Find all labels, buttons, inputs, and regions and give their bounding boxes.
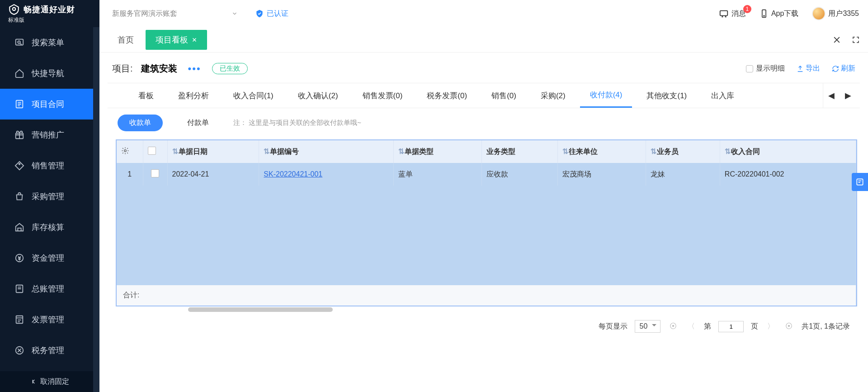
subtab-sales[interactable]: 销售(0) [481, 84, 526, 107]
sidebar-item-search[interactable]: 搜索菜单 [0, 27, 99, 58]
ledger-icon [14, 284, 24, 294]
checkbox-icon [148, 147, 156, 155]
subtab-inout[interactable]: 出入库 [701, 84, 744, 107]
status-badge: 已生效 [212, 63, 248, 74]
sidebar-item-gl[interactable]: 总账管理 [0, 273, 99, 304]
doc-type-pills: 收款单 付款单 注： 这里是与项目关联的全部收付款单哦~ [108, 108, 860, 138]
phone-icon [760, 9, 769, 18]
sidebar-item-funds[interactable]: 资金管理 [0, 243, 99, 273]
subtab-income-confirm[interactable]: 收入确认(2) [288, 84, 348, 107]
show-detail-toggle[interactable]: 显示明细 [746, 64, 785, 73]
pager-next[interactable]: 〉 [765, 322, 776, 331]
subtabs-prev[interactable]: ◀ [823, 83, 839, 108]
col-checkbox[interactable] [143, 140, 167, 163]
sidebar-item-promo[interactable]: 营销推广 [0, 120, 99, 150]
col-contract[interactable]: ⇅收入合同 [720, 140, 856, 163]
svg-rect-1 [720, 11, 728, 16]
sidebar-item-invoice[interactable]: 发票管理 [0, 304, 99, 335]
scrollbar-thumb[interactable] [188, 307, 333, 312]
pagination: 每页显示 50 ⦿ 〈 第 页 〉 ⦿ 共1页, 1条记录 [108, 313, 860, 340]
project-label: 项目: [112, 62, 133, 75]
export-label: 导出 [806, 64, 820, 73]
invoice-icon [14, 315, 24, 325]
tab-home[interactable]: 首页 [108, 30, 144, 50]
sidebar-scrollbar[interactable] [93, 27, 99, 392]
pill-receipt[interactable]: 收款单 [118, 115, 163, 131]
gear-icon [121, 147, 129, 155]
user-menu[interactable]: 用户3355 [812, 7, 859, 20]
subtab-sales-invoice[interactable]: 销售发票(0) [353, 84, 413, 107]
subtabs-next[interactable]: ▶ [840, 83, 856, 108]
page-number-input[interactable] [718, 321, 744, 332]
svg-point-5 [18, 41, 20, 43]
col-code[interactable]: ⇅单据编号 [259, 140, 394, 163]
brand-logo-icon [8, 4, 20, 15]
fullscreen-button[interactable] [851, 35, 861, 45]
sidebar-item-sales[interactable]: 销售管理 [0, 150, 99, 181]
subtab-kanban[interactable]: 看板 [128, 84, 164, 107]
brand-block: 畅捷通好业财 标准版 [0, 0, 99, 27]
tag-icon [14, 161, 24, 171]
cell-doctype: 蓝单 [393, 163, 481, 186]
tab-project-board-label: 项目看板 [156, 34, 188, 45]
messages-button[interactable]: 消息 1 [719, 9, 746, 19]
app-download-button[interactable]: App下载 [760, 9, 798, 19]
horizontal-scrollbar[interactable] [116, 306, 852, 313]
subtab-purchase[interactable]: 采购(2) [531, 84, 576, 107]
brand-edition: 标准版 [8, 16, 24, 24]
pager-prev[interactable]: 〈 [686, 322, 697, 331]
sidebar: 搜索菜单 快捷导航 项目合同 营销推广 销售管理 采购管理 库存核算 资金管理 [0, 27, 99, 392]
subtab-profit[interactable]: 盈利分析 [168, 84, 219, 107]
sum-row: 合计: [117, 285, 856, 306]
tab-project-board[interactable]: 项目看板 [146, 30, 207, 50]
export-button[interactable]: 导出 [797, 64, 820, 73]
col-settings[interactable] [117, 140, 143, 163]
subtab-receipts[interactable]: 收付款(4) [580, 83, 632, 108]
sidebar-item-stock[interactable]: 库存核算 [0, 212, 99, 243]
per-page-select[interactable]: 50 [635, 320, 661, 333]
sidebar-label: 项目合同 [32, 99, 64, 110]
pager-first[interactable]: ⦿ [668, 322, 679, 330]
subtab-income-contract[interactable]: 收入合同(1) [223, 84, 283, 107]
subtab-tax-invoice[interactable]: 税务发票(0) [417, 84, 477, 107]
close-all-button[interactable] [832, 35, 842, 45]
svg-point-8 [19, 163, 20, 165]
pager-last[interactable]: ⦿ [783, 322, 794, 330]
tenant-select[interactable]: 新服务官网演示账套 [108, 6, 241, 21]
sidebar-unpin[interactable]: 取消固定 [0, 371, 99, 392]
cell-contract: RC-20220401-002 [720, 163, 856, 186]
col-party[interactable]: ⇅往来单位 [557, 140, 646, 163]
col-doctype[interactable]: ⇅单据类型 [393, 140, 481, 163]
sidebar-label: 资金管理 [32, 253, 64, 263]
refresh-button[interactable]: 刷新 [832, 64, 855, 73]
tab-home-label: 首页 [118, 34, 134, 45]
cell-code-link[interactable]: SK-20220421-001 [264, 170, 322, 178]
page-label-post: 页 [751, 322, 758, 331]
sidebar-item-purchase[interactable]: 采购管理 [0, 181, 99, 212]
sidebar-label: 营销推广 [32, 129, 64, 140]
col-biztype[interactable]: 业务类型 [482, 140, 558, 163]
sidebar-label: 快捷导航 [32, 68, 64, 79]
cell-date: 2022-04-21 [167, 163, 259, 186]
refresh-label: 刷新 [841, 64, 855, 73]
more-button[interactable]: ••• [185, 63, 204, 75]
search-icon [14, 38, 24, 48]
cell-operator: 龙妹 [646, 163, 720, 186]
row-checkbox[interactable] [151, 169, 159, 177]
side-drawer-toggle[interactable] [852, 173, 868, 191]
subtab-other[interactable]: 其他收支(1) [637, 84, 697, 107]
col-operator[interactable]: ⇅业务员 [646, 140, 720, 163]
checkbox-icon [746, 65, 753, 72]
sidebar-label: 税务管理 [32, 345, 64, 356]
pager-summary: 共1页, 1条记录 [802, 322, 850, 331]
svg-point-3 [764, 15, 764, 16]
table-row[interactable]: 1 2022-04-21 SK-20220421-001 蓝单 应收款 宏茂商场… [117, 163, 856, 186]
close-icon[interactable] [192, 37, 197, 43]
sidebar-item-quicknav[interactable]: 快捷导航 [0, 58, 99, 89]
page-tabs: 首页 项目看板 [99, 27, 868, 53]
per-page-label: 每页显示 [599, 322, 627, 331]
pill-payment[interactable]: 付款单 [175, 115, 221, 131]
sidebar-item-project[interactable]: 项目合同 [0, 89, 99, 120]
col-date[interactable]: ⇅单据日期 [167, 140, 259, 163]
sidebar-item-tax[interactable]: 税务管理 [0, 335, 99, 366]
